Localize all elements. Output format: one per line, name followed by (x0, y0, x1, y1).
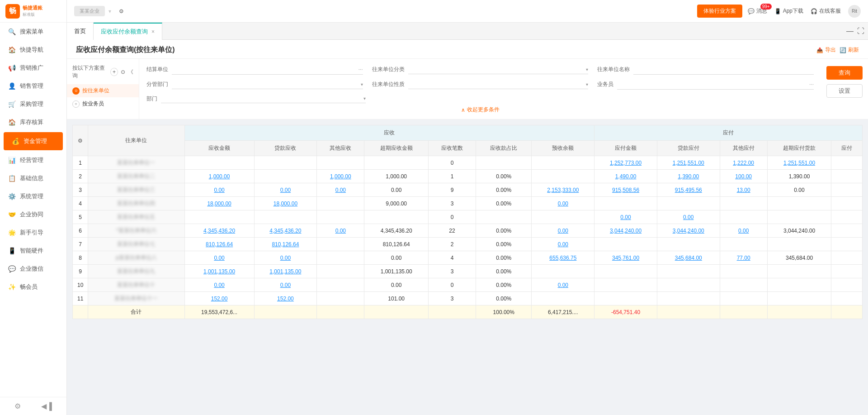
partner-category-select[interactable]: ▾ (408, 65, 589, 74)
row-ap-amount[interactable]: 1,490.00 (594, 170, 657, 183)
partner-nature-select[interactable]: ▾ (408, 80, 589, 89)
filter-scheme-btn[interactable]: ⊙ (121, 69, 125, 75)
row-ap-amount[interactable]: 345,761.00 (594, 251, 657, 265)
partner-name-field[interactable] (633, 66, 814, 72)
salesman-ellipsis[interactable]: ··· (809, 81, 814, 87)
sidebar-item-hardware[interactable]: 📱 智能硬件 (0, 242, 66, 260)
row-ar-amount[interactable]: 0.00 (184, 278, 254, 292)
table-settings-icon[interactable]: ⚙ (78, 138, 83, 144)
row-ap-loan[interactable]: 1,390.00 (657, 170, 720, 183)
row-ap-loan[interactable]: 0.00 (657, 210, 720, 224)
sidebar-item-wechat[interactable]: 💬 企业微信 (0, 260, 66, 278)
row-ar-loan[interactable]: 0.00 (254, 183, 317, 197)
row-ar-amount[interactable]: 4,345,436.20 (184, 224, 254, 238)
row-ap-other[interactable]: 77.00 (720, 251, 767, 265)
row-ap-overdue[interactable]: 1,251,551.00 (767, 156, 831, 170)
sidebar-item-operations[interactable]: 📊 经营管理 (0, 151, 66, 169)
row-ar-other (317, 210, 364, 224)
row-ap-other[interactable]: 100.00 (720, 170, 767, 183)
row-ar-loan[interactable]: 0.00 (254, 251, 317, 265)
sidebar-item-basic-info[interactable]: 📋 基础信息 (0, 169, 66, 187)
sidebar-item-enterprise[interactable]: 🤝 企业协同 (0, 205, 66, 224)
collapse-more-btn[interactable]: ∧ 收起更多条件 (146, 106, 814, 114)
user-avatar[interactable]: Rit (848, 5, 861, 18)
row-ap-amount[interactable]: 1,252,773.00 (594, 156, 657, 170)
tab-home[interactable]: 首页 (67, 23, 94, 40)
dept-select[interactable]: ▾ (161, 94, 366, 103)
row-ap-other[interactable]: 1,222.00 (720, 156, 767, 170)
row-ar-loan[interactable]: 1,001,135.00 (254, 265, 317, 278)
row-ar-amount (184, 156, 254, 170)
row-ar-amount[interactable]: 152.00 (184, 292, 254, 305)
row-ap-other[interactable]: 13.00 (720, 183, 767, 197)
sidebar-item-sales[interactable]: 👤 销售管理 (0, 77, 66, 95)
filter-scheme-by-salesman[interactable]: ○ 按业务员 (67, 97, 139, 110)
row-ar-loan[interactable]: 0.00 (254, 278, 317, 292)
filter-scheme-by-partner[interactable]: ⊙ 按往来单位 (67, 84, 139, 97)
sidebar-item-purchase[interactable]: 🛒 采购管理 (0, 95, 66, 113)
export-btn[interactable]: 📤 导出 (816, 46, 836, 54)
row-ar-prepaid[interactable]: 655,636.75 (532, 251, 594, 265)
trial-btn[interactable]: 体验行业方案 (697, 5, 742, 18)
app-download-btn[interactable]: 📱 App下载 (774, 7, 803, 15)
query-btn[interactable]: 查询 (826, 66, 863, 80)
row-ap-loan[interactable]: 1,251,551.00 (657, 156, 720, 170)
row-ar-loan[interactable]: 4,345,436.20 (254, 224, 317, 238)
tab-ar-ap[interactable]: 应收应付余额查询 × (94, 23, 162, 40)
row-ar-loan[interactable]: 810,126.64 (254, 238, 317, 251)
refresh-btn[interactable]: 🔄 刷新 (840, 46, 859, 54)
notification-btn[interactable]: 💬 消息 99+ (748, 7, 767, 15)
purchase-icon: 🛒 (7, 100, 16, 109)
footer-collapse-btn[interactable]: ◀▐ (41, 402, 52, 410)
row-ar-loan[interactable]: 152.00 (254, 292, 317, 305)
row-ar-prepaid[interactable]: 0.00 (532, 197, 594, 210)
row-ap-other[interactable]: 0.00 (720, 224, 767, 238)
row-ap-loan[interactable]: 3,044,240.00 (657, 224, 720, 238)
row-ar-loan[interactable]: 18,000.00 (254, 197, 317, 210)
department-select[interactable]: ▾ (172, 80, 363, 89)
row-ar-amount[interactable]: 1,000.00 (184, 170, 254, 183)
header-settings-btn[interactable]: ⚙ (115, 5, 127, 18)
row-ar-prepaid[interactable]: 0.00 (532, 224, 594, 238)
sidebar-item-guide[interactable]: 🌟 新手引导 (0, 224, 66, 242)
sidebar-item-search-menu[interactable]: 🔍 搜索菜单 (0, 23, 66, 41)
row-ap-loan[interactable]: 915,495.56 (657, 183, 720, 197)
sidebar-item-finance[interactable]: 💰 资金管理 (4, 132, 63, 150)
tab-close-btn[interactable]: × (151, 29, 155, 35)
sidebar-item-member[interactable]: ✨ 畅会员 (0, 278, 66, 296)
online-service-btn[interactable]: 🎧 在线客服 (811, 7, 841, 15)
sidebar-item-marketing[interactable]: 📢 营销推广 (0, 59, 66, 77)
settlement-unit-field[interactable] (172, 66, 359, 72)
row-ar-overdue: 810,126.64 (364, 238, 429, 251)
row-ar-amount[interactable]: 18,000.00 (184, 197, 254, 210)
sidebar-item-quick-nav[interactable]: 🏠 快捷导航 (0, 41, 66, 59)
row-ap-loan[interactable]: 345,684.00 (657, 251, 720, 265)
row-ap-amount[interactable]: 915,508.56 (594, 183, 657, 197)
footer-settings-btn[interactable]: ⚙ (14, 402, 21, 410)
row-ar-amount[interactable]: 810,126.64 (184, 238, 254, 251)
row-ar-amount[interactable]: 1,001,135.00 (184, 265, 254, 278)
sidebar-item-system[interactable]: ⚙️ 系统管理 (0, 187, 66, 205)
row-ar-amount[interactable]: 0.00 (184, 183, 254, 197)
salesman-field[interactable] (617, 81, 809, 87)
settlement-unit-input[interactable]: ··· (172, 64, 363, 75)
row-partner: p某某往来单位八 (88, 251, 184, 265)
partner-name-input[interactable] (633, 64, 814, 75)
sidebar-item-inventory[interactable]: 🏠 库存核算 (0, 113, 66, 131)
row-ar-other[interactable]: 0.00 (317, 224, 364, 238)
row-ar-other[interactable]: 1,000.00 (317, 170, 364, 183)
salesman-input[interactable]: ··· (617, 79, 814, 90)
filter-add-btn[interactable]: + (110, 68, 118, 76)
row-ar-prepaid[interactable]: 0.00 (532, 238, 594, 251)
row-ar-amount[interactable]: 0.00 (184, 251, 254, 265)
filter-collapse-btn[interactable]: 《 (128, 68, 133, 76)
tab-minimize-btn[interactable]: — (846, 27, 854, 35)
row-ar-prepaid[interactable]: 0.00 (532, 278, 594, 292)
settings-btn[interactable]: 设置 (826, 84, 863, 98)
tab-maximize-btn[interactable]: ⛶ (857, 27, 864, 35)
row-ar-prepaid[interactable]: 2,153,333.00 (532, 183, 594, 197)
row-ar-other[interactable]: 0.00 (317, 183, 364, 197)
row-ap-amount[interactable]: 3,044,240.00 (594, 224, 657, 238)
row-ap-amount[interactable]: 0.00 (594, 210, 657, 224)
settlement-unit-ellipsis[interactable]: ··· (359, 66, 363, 72)
